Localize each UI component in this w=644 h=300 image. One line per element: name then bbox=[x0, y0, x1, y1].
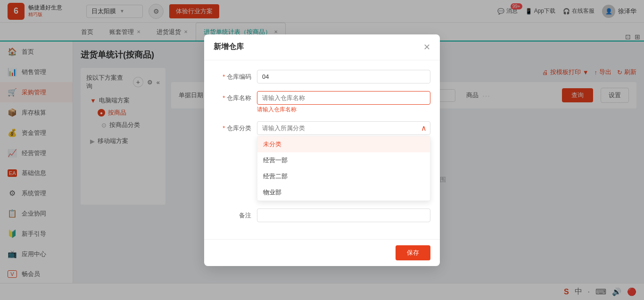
name-error-msg: 请输入仓库名称 bbox=[257, 106, 430, 114]
code-label: * 仓库编码 bbox=[214, 70, 251, 81]
name-form-row: * 仓库名称 请输入仓库名称 bbox=[214, 91, 430, 114]
remark-control bbox=[257, 208, 430, 222]
remark-input[interactable] bbox=[257, 208, 430, 222]
name-label: * 仓库名称 bbox=[214, 91, 251, 102]
dialog-footer: 保存 bbox=[204, 239, 440, 266]
save-button[interactable]: 保存 bbox=[396, 245, 430, 260]
dialog-close-button[interactable]: ✕ bbox=[423, 42, 430, 52]
name-control: 请输入仓库名称 bbox=[257, 91, 430, 114]
dropdown-item-uncategorized[interactable]: 未分类 bbox=[257, 136, 430, 152]
code-control bbox=[257, 70, 430, 83]
category-arrow-icon[interactable]: ∧ bbox=[421, 124, 427, 133]
dialog-title: 新增仓库 bbox=[214, 42, 244, 52]
dropdown-item-dept2[interactable]: 经营二部 bbox=[257, 168, 430, 184]
modal-overlay: 新增仓库 ✕ * 仓库编码 * 仓库名称 bbox=[0, 0, 644, 300]
category-form-row: * 仓库分类 ∧ 未分类 经营一部 经营二部 物业部 bbox=[214, 121, 430, 201]
dialog-header: 新增仓库 ✕ bbox=[204, 34, 440, 60]
code-form-row: * 仓库编码 bbox=[214, 70, 430, 83]
remark-label: 备注 bbox=[214, 208, 251, 220]
dropdown-item-dept1[interactable]: 经营一部 bbox=[257, 152, 430, 168]
category-input[interactable] bbox=[257, 121, 430, 135]
remark-form-row: 备注 bbox=[214, 208, 430, 222]
dialog-body: * 仓库编码 * 仓库名称 请输入仓库名称 bbox=[204, 60, 440, 239]
category-label: * 仓库分类 bbox=[214, 121, 251, 133]
name-input[interactable] bbox=[257, 91, 430, 105]
category-control: ∧ 未分类 经营一部 经营二部 物业部 bbox=[257, 121, 430, 201]
dropdown-item-dept3[interactable]: 物业部 bbox=[257, 184, 430, 200]
code-input[interactable] bbox=[257, 70, 430, 83]
category-select-wrap: ∧ bbox=[257, 121, 430, 135]
add-warehouse-dialog: 新增仓库 ✕ * 仓库编码 * 仓库名称 bbox=[204, 34, 440, 266]
category-dropdown: 未分类 经营一部 经营二部 物业部 bbox=[257, 136, 430, 201]
